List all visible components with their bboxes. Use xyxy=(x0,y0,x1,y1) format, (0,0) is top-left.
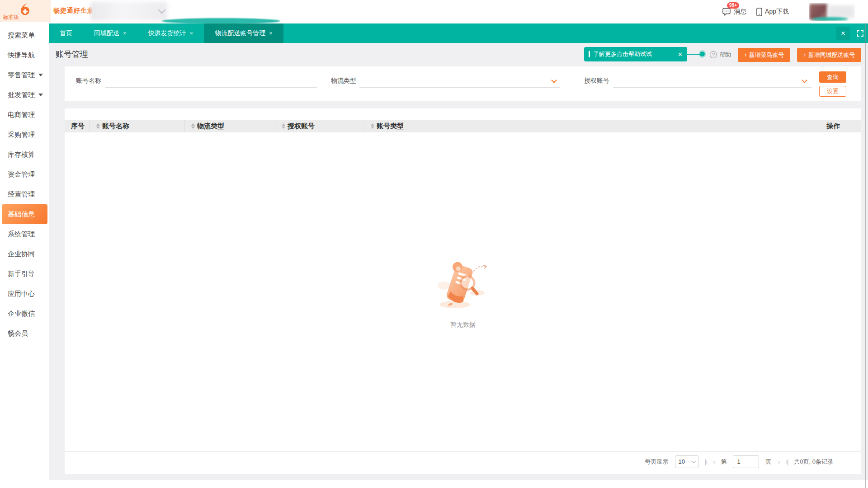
sidebar-item-label: 企业微信 xyxy=(8,310,35,318)
column-header-3[interactable]: 物流类型 xyxy=(185,120,275,132)
tab-label: 物流配送账号管理 xyxy=(215,29,265,38)
sort-icon[interactable] xyxy=(371,123,374,129)
fullscreen-icon[interactable] xyxy=(857,30,863,37)
column-label: 授权账号 xyxy=(288,122,315,131)
sidebar-item-label: 应用中心 xyxy=(8,290,35,298)
user-avatar[interactable] xyxy=(809,3,855,21)
help-banner-text: 了解更多点击帮助试试 xyxy=(593,50,652,58)
page-title: 账号管理 xyxy=(56,49,88,60)
brand-name: 畅捷通好生意 xyxy=(53,7,94,15)
tab-close-icon[interactable]: × xyxy=(123,30,127,36)
sidebar-item-5[interactable]: 电商管理 xyxy=(0,105,49,125)
tab-close-icon[interactable]: × xyxy=(269,30,273,36)
page-suffix-label: 页 xyxy=(765,458,771,466)
app-download-label: App下载 xyxy=(765,8,789,16)
sidebar-item-label: 库存核算 xyxy=(8,150,35,159)
per-page-label: 每页显示 xyxy=(645,458,669,466)
no-data-illustration-icon xyxy=(434,258,492,313)
add-tongcheng-delivery-account-button[interactable]: + 新增同城配送账号 xyxy=(797,48,861,62)
tab-label: 同城配送 xyxy=(94,29,119,38)
sidebar-item-7[interactable]: 库存核算 xyxy=(0,145,49,164)
messages-button[interactable]: 99+ 消息 xyxy=(722,8,746,16)
app-download-button[interactable]: App下载 xyxy=(756,8,789,16)
tab-4[interactable]: 物流配送账号管理× xyxy=(204,23,283,43)
last-page-button[interactable]: ›| xyxy=(785,458,788,465)
messages-label: 消息 xyxy=(734,8,746,16)
help-banner: 了解更多点击帮助试试 ✕ xyxy=(584,47,687,61)
sidebar-item-16[interactable]: 畅会员 xyxy=(0,324,49,343)
page-prefix-label: 第 xyxy=(721,458,726,466)
tab-2[interactable]: 同城配送× xyxy=(83,23,137,43)
topbar-divider xyxy=(799,7,799,17)
sidebar-item-10[interactable]: 基础信息 xyxy=(2,204,47,224)
close-all-tabs-icon[interactable]: × xyxy=(836,27,850,40)
sidebar-item-label: 系统管理 xyxy=(8,230,35,239)
column-label: 操作 xyxy=(826,122,840,131)
sidebar-item-11[interactable]: 系统管理 xyxy=(0,224,49,244)
authorized-account-select[interactable] xyxy=(613,87,811,88)
help-button[interactable]: ? 帮助 xyxy=(710,51,731,59)
next-page-button[interactable]: › xyxy=(778,458,779,465)
sidebar-item-2[interactable]: 快捷导航 xyxy=(0,45,49,65)
sidebar-item-14[interactable]: 应用中心 xyxy=(0,284,49,304)
window-scrollbar[interactable] xyxy=(865,23,866,488)
sidebar-item-8[interactable]: 资金管理 xyxy=(0,164,49,184)
account-name-input[interactable] xyxy=(105,87,317,88)
edition-label: 标准版 xyxy=(3,14,19,21)
caret-down-icon xyxy=(38,94,43,96)
sort-icon[interactable] xyxy=(191,123,195,129)
sidebar-item-9[interactable]: 经营管理 xyxy=(0,184,49,204)
sort-icon[interactable] xyxy=(282,123,285,129)
filter-account-name-label: 账号名称 xyxy=(76,77,101,85)
tab-1[interactable]: 首页 xyxy=(49,23,83,43)
sidebar-item-label: 批发管理 xyxy=(8,91,35,99)
column-label: 账号名称 xyxy=(102,122,129,131)
tab-close-icon[interactable]: × xyxy=(190,30,193,36)
authorized-account-chevron-down-icon[interactable] xyxy=(802,77,807,83)
column-header-2[interactable]: 账号名称 xyxy=(90,120,185,132)
top-bar: 畅捷通好生意 99+ 消息 App下载 xyxy=(0,0,868,23)
per-page-chevron-down-icon xyxy=(691,459,696,463)
logistics-type-chevron-down-icon[interactable] xyxy=(551,77,557,83)
sidebar-item-15[interactable]: 企业微信 xyxy=(0,304,49,324)
logistics-type-select[interactable] xyxy=(359,87,560,88)
sidebar-item-label: 畅会员 xyxy=(8,329,28,338)
sidebar-item-3[interactable]: 零售管理 xyxy=(0,65,49,85)
banner-close-icon[interactable]: ✕ xyxy=(678,51,683,58)
topbar-right-group: 99+ 消息 App下载 xyxy=(722,0,855,23)
app-logo-icon xyxy=(19,2,42,15)
sort-icon[interactable] xyxy=(96,123,100,129)
avatar-name-redacted xyxy=(828,5,854,18)
first-page-button[interactable]: |‹ xyxy=(705,458,707,465)
column-header-5[interactable]: 账号类型 xyxy=(364,120,805,132)
page-number-input[interactable] xyxy=(733,455,759,468)
sidebar-item-label: 资金管理 xyxy=(8,170,35,179)
sidebar-item-4[interactable]: 批发管理 xyxy=(0,85,49,105)
tab-3[interactable]: 快递发货统计× xyxy=(137,23,204,43)
add-cainiao-account-button[interactable]: + 新增菜鸟账号 xyxy=(738,48,790,62)
per-page-value: 10 xyxy=(679,458,685,465)
pagination-summary: 共0页, 0条记录 xyxy=(794,458,833,466)
sidebar-item-6[interactable]: 采购管理 xyxy=(0,125,49,145)
prev-page-button[interactable]: ‹ xyxy=(713,458,714,465)
column-header-1: 序号 xyxy=(65,120,90,132)
avatar-decoration xyxy=(812,17,848,21)
sidebar-item-13[interactable]: 新手引导 xyxy=(0,264,49,284)
accounts-table-panel: 序号账号名称物流类型授权账号账号类型操作 xyxy=(65,108,861,474)
pagination-bar: 每页显示 10 |‹ ‹ 第 页 › ›| 共0页, 0条记录 xyxy=(65,451,861,471)
banner-connector-dot xyxy=(700,52,705,56)
settings-button[interactable]: 设置 xyxy=(819,86,846,97)
caret-down-icon xyxy=(38,74,43,76)
sidebar-item-label: 企业协同 xyxy=(8,250,35,258)
tab-label: 首页 xyxy=(60,29,72,38)
sidebar-item-12[interactable]: 企业协同 xyxy=(0,244,49,264)
tab-label: 快递发货统计 xyxy=(148,29,186,38)
filter-authorized-account-label: 授权账号 xyxy=(584,77,609,85)
sidebar-item-1[interactable]: 搜索菜单 xyxy=(0,25,49,45)
column-header-4[interactable]: 授权账号 xyxy=(275,120,364,132)
query-button[interactable]: 查询 xyxy=(819,71,846,83)
banner-accent-bar xyxy=(589,51,590,57)
filter-panel: 账号名称 物流类型 授权账号 查询 设置 xyxy=(65,66,861,101)
sidebar: 标准版 搜索菜单快捷导航零售管理批发管理电商管理采购管理库存核算资金管理经营管理… xyxy=(0,0,49,488)
per-page-select[interactable]: 10 xyxy=(675,455,698,468)
